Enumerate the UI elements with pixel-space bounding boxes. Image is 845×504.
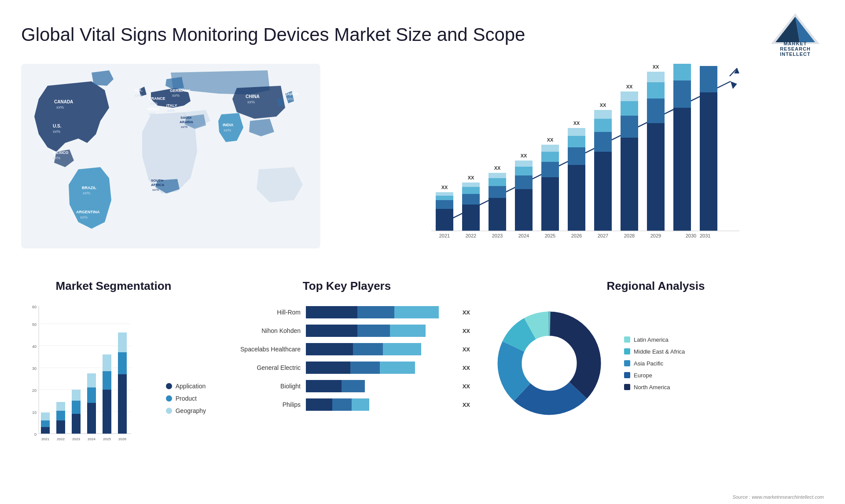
seg-chart: 0 10 20 30 40 50 60 bbox=[21, 302, 153, 495]
svg-text:xx%: xx% bbox=[83, 191, 90, 195]
svg-rect-59 bbox=[515, 189, 533, 231]
svg-rect-136 bbox=[103, 371, 111, 390]
svg-rect-62 bbox=[515, 161, 533, 167]
bar-seg1 bbox=[306, 306, 357, 318]
svg-rect-86 bbox=[621, 91, 638, 101]
legend-label-europe: Europe bbox=[634, 372, 652, 379]
svg-rect-95 bbox=[673, 108, 691, 231]
svg-text:0: 0 bbox=[34, 432, 37, 437]
svg-text:xx%: xx% bbox=[172, 93, 180, 98]
svg-rect-61 bbox=[515, 167, 533, 175]
svg-rect-48 bbox=[462, 194, 480, 205]
source-text: Source : www.marketresearchintellect.com bbox=[732, 494, 824, 500]
svg-text:xx%: xx% bbox=[247, 100, 255, 104]
svg-rect-124 bbox=[56, 411, 65, 420]
svg-rect-67 bbox=[541, 152, 559, 162]
legend-dot-product bbox=[166, 395, 172, 402]
logo-text-line2: RESEARCH bbox=[780, 46, 811, 51]
svg-text:2026: 2026 bbox=[571, 233, 582, 238]
segmentation-svg: 0 10 20 30 40 50 60 bbox=[21, 302, 136, 460]
svg-rect-90 bbox=[647, 99, 665, 123]
svg-text:50: 50 bbox=[32, 322, 37, 327]
svg-marker-38 bbox=[728, 80, 737, 89]
legend-label-product: Product bbox=[176, 395, 197, 402]
svg-text:SPAIN: SPAIN bbox=[147, 107, 159, 111]
map-section: CANADA xx% U.S. xx% MEXICO xx% BRAZIL xx… bbox=[21, 64, 320, 266]
svg-rect-121 bbox=[41, 413, 50, 420]
segmentation-title: Market Segmentation bbox=[21, 279, 206, 293]
legend-asia-pacific: Asia Pacific bbox=[624, 360, 685, 367]
player-name-hillrom: Hill-Rom bbox=[224, 309, 301, 316]
svg-rect-129 bbox=[72, 390, 81, 401]
player-name-biolight: Biolight bbox=[224, 383, 301, 390]
player-bar-nihon bbox=[306, 325, 454, 337]
svg-rect-50 bbox=[462, 183, 480, 187]
svg-text:U.K.: U.K. bbox=[135, 88, 143, 92]
seg-container: 0 10 20 30 40 50 60 bbox=[21, 302, 206, 495]
legend-color-apac bbox=[624, 360, 630, 366]
player-xx-nihon: XX bbox=[463, 328, 470, 334]
legend-latin-america: Latin America bbox=[624, 336, 685, 343]
svg-text:xx%: xx% bbox=[181, 125, 187, 129]
bar-seg2 bbox=[357, 325, 390, 337]
legend-color-na bbox=[624, 384, 630, 390]
player-row-biolight: Biolight XX bbox=[224, 380, 470, 392]
svg-text:20: 20 bbox=[32, 388, 37, 393]
svg-text:2031: 2031 bbox=[700, 233, 710, 238]
bar-seg2 bbox=[353, 343, 382, 355]
svg-text:xx%: xx% bbox=[224, 128, 231, 132]
svg-rect-55 bbox=[489, 178, 506, 186]
svg-text:FRANCE: FRANCE bbox=[149, 96, 165, 101]
svg-rect-120 bbox=[41, 420, 50, 427]
svg-rect-141 bbox=[118, 332, 127, 352]
player-name-ge: General Electric bbox=[224, 364, 301, 371]
svg-text:30: 30 bbox=[32, 366, 37, 371]
svg-text:xx%: xx% bbox=[167, 108, 175, 113]
svg-text:XX: XX bbox=[441, 185, 448, 190]
svg-text:2023: 2023 bbox=[492, 233, 503, 238]
svg-text:2021: 2021 bbox=[41, 437, 49, 441]
key-players-title: Top Key Players bbox=[224, 279, 470, 293]
svg-text:2022: 2022 bbox=[466, 233, 476, 238]
svg-rect-47 bbox=[462, 205, 480, 231]
svg-text:U.S.: U.S. bbox=[53, 124, 62, 128]
svg-text:xx%: xx% bbox=[53, 129, 60, 134]
svg-rect-65 bbox=[541, 177, 559, 231]
player-name-nihon: Nihon Kohden bbox=[224, 327, 301, 334]
svg-text:10: 10 bbox=[32, 410, 37, 415]
logo-text-line1: MARKET bbox=[780, 41, 811, 46]
key-players-section: Top Key Players Hill-Rom XX Nihon Kohden bbox=[224, 279, 470, 499]
svg-rect-96 bbox=[673, 80, 691, 108]
svg-rect-135 bbox=[103, 390, 111, 434]
svg-rect-123 bbox=[56, 420, 65, 434]
svg-rect-41 bbox=[436, 209, 453, 231]
svg-text:2025: 2025 bbox=[103, 437, 111, 441]
player-row-spacelabs: Spacelabs Healthcare XX bbox=[224, 343, 470, 355]
svg-text:XX: XX bbox=[573, 121, 580, 126]
svg-rect-91 bbox=[647, 82, 665, 99]
svg-rect-73 bbox=[568, 136, 585, 147]
svg-text:xx%: xx% bbox=[56, 105, 64, 110]
svg-rect-137 bbox=[103, 354, 111, 371]
legend-product: Product bbox=[166, 395, 206, 402]
svg-rect-72 bbox=[568, 147, 585, 165]
legend-dot-application bbox=[166, 383, 172, 389]
bar-seg3 bbox=[352, 398, 369, 411]
svg-text:XX: XX bbox=[468, 175, 474, 180]
legend-label-apac: Asia Pacific bbox=[634, 360, 663, 367]
legend-label-application: Application bbox=[176, 383, 206, 390]
regional-title: Regional Analysis bbox=[488, 279, 824, 293]
svg-rect-119 bbox=[41, 427, 50, 434]
svg-rect-84 bbox=[621, 116, 638, 138]
regional-pie-chart bbox=[488, 302, 611, 425]
svg-rect-85 bbox=[621, 101, 638, 116]
svg-rect-78 bbox=[594, 132, 612, 152]
players-list: Hill-Rom XX Nihon Kohden XX bbox=[224, 302, 470, 411]
svg-rect-54 bbox=[489, 186, 506, 198]
svg-text:2022: 2022 bbox=[57, 437, 65, 441]
bar-seg3 bbox=[383, 343, 421, 355]
logo-text-line3: INTELLECT bbox=[780, 51, 811, 57]
bar-chart-section: XX 2021 XX 2022 XX 2023 XX 2024 bbox=[338, 64, 824, 266]
svg-text:GERMANY: GERMANY bbox=[170, 88, 190, 93]
player-bar-hillrom bbox=[306, 306, 454, 318]
